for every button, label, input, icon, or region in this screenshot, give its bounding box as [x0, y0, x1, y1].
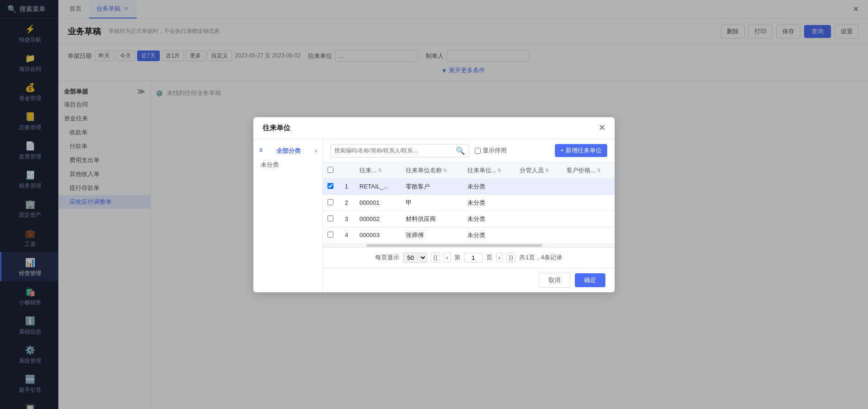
sort-icon-manager: ⇅	[545, 168, 549, 173]
row-name: 零散客户	[401, 178, 462, 195]
confirm-button[interactable]: 确定	[575, 273, 605, 287]
row-checkbox-cell[interactable]	[323, 227, 338, 243]
row-manager	[515, 227, 562, 243]
page-input[interactable]	[464, 253, 483, 263]
sort-icon-price: ⇅	[597, 168, 601, 173]
dialog-sidebar: ⠿ 全部分类 ‹ 未分类	[253, 139, 323, 292]
th-num	[338, 163, 355, 179]
dialog-title: 往来单位	[263, 124, 290, 132]
dialog-sidebar-unclassified-label: 未分类	[261, 161, 279, 168]
dialog-sidebar-unclassified[interactable]: 未分类	[253, 158, 322, 172]
dialog-body: ⠿ 全部分类 ‹ 未分类 🔍 显示停用	[253, 139, 615, 292]
row-name: 甲	[401, 195, 462, 211]
row-price	[562, 211, 615, 227]
table-row[interactable]: 1 RETAIL_... 零散客户 未分类	[323, 178, 615, 195]
row-category: 未分类	[463, 195, 516, 211]
row-num: 4	[338, 227, 355, 243]
dialog-table-body: 1 RETAIL_... 零散客户 未分类 2 000001 甲 未分类 3 0…	[323, 178, 615, 243]
add-partner-button[interactable]: + 新增往来单位	[555, 144, 607, 157]
page-next-btn[interactable]: ›	[496, 252, 503, 263]
row-code: 000001	[355, 195, 401, 211]
page-last-btn[interactable]: ⟩⟩	[506, 252, 516, 263]
row-manager	[515, 211, 562, 227]
row-manager	[515, 195, 562, 211]
sort-icon-category: ⇅	[497, 168, 501, 173]
show-disabled-checkbox-wrapper: 显示停用	[475, 146, 507, 155]
show-disabled-label: 显示停用	[483, 146, 507, 155]
th-checkbox	[323, 163, 338, 179]
dialog-main: 🔍 显示停用 + 新增往来单位	[323, 139, 615, 292]
th-code: 往来...⇅	[355, 163, 401, 179]
page-first-btn[interactable]: ⟨⟨	[431, 252, 440, 263]
row-code: 000003	[355, 227, 401, 243]
row-num: 2	[338, 195, 355, 211]
show-disabled-checkbox[interactable]	[475, 148, 481, 154]
table-row[interactable]: 4 000003 张师傅 未分类	[323, 227, 615, 243]
dialog-pagination: 每页显示 10 20 50 100 ⟨⟨ ‹ 第 页 › ⟩⟩	[323, 248, 615, 268]
dialog-footer: 每页显示 10 20 50 100 ⟨⟨ ‹ 第 页 › ⟩⟩	[323, 247, 615, 268]
scrollbar-area	[323, 244, 615, 247]
dialog-search-box: 🔍	[330, 144, 469, 157]
row-code: 000002	[355, 211, 401, 227]
row-num: 1	[338, 178, 355, 195]
table-row[interactable]: 3 000002 材料供应商 未分类	[323, 211, 615, 227]
page-unit: 页	[486, 253, 492, 262]
th-manager: 分管人员⇅	[515, 163, 562, 179]
row-checkbox[interactable]	[327, 183, 333, 189]
row-checkbox-cell[interactable]	[323, 178, 338, 195]
table-row[interactable]: 2 000001 甲 未分类	[323, 195, 615, 211]
table-header-row: 往来...⇅ 往来单位名称⇅ 往来单位...⇅ 分管人员⇅	[323, 163, 615, 179]
row-category: 未分类	[463, 227, 516, 243]
row-checkbox-cell[interactable]	[323, 195, 338, 211]
scrollbar-thumb	[366, 244, 542, 247]
cancel-button[interactable]: 取消	[539, 273, 570, 288]
dialog-sidebar-all[interactable]: ⠿ 全部分类 ‹	[253, 144, 322, 158]
row-checkbox-cell[interactable]	[323, 211, 338, 227]
row-checkbox[interactable]	[327, 199, 333, 205]
dialog-header: 往来单位 ✕	[253, 117, 615, 139]
dialog-table-wrapper: 往来...⇅ 往来单位名称⇅ 往来单位...⇅ 分管人员⇅	[323, 163, 615, 244]
dialog-sidebar-collapse-icon[interactable]: ‹	[315, 147, 317, 154]
dialog-sidebar-all-label: 全部分类	[277, 147, 301, 155]
row-price	[562, 178, 615, 195]
select-all-checkbox[interactable]	[327, 167, 333, 173]
row-name: 材料供应商	[401, 211, 462, 227]
row-manager	[515, 178, 562, 195]
per-page-label: 每页显示	[375, 253, 399, 262]
row-num: 3	[338, 211, 355, 227]
dialog-actions: 取消 确定	[323, 268, 615, 292]
search-icon: 🔍	[456, 146, 465, 155]
dialog-table: 往来...⇅ 往来单位名称⇅ 往来单位...⇅ 分管人员⇅	[323, 163, 615, 244]
partner-dialog: 往来单位 ✕ ⠿ 全部分类 ‹ 未分类	[253, 117, 615, 292]
row-category: 未分类	[463, 178, 516, 195]
th-name: 往来单位名称⇅	[401, 163, 462, 179]
row-checkbox[interactable]	[327, 232, 333, 238]
sort-icon-name: ⇅	[443, 168, 447, 173]
th-price: 客户价格...⇅	[562, 163, 615, 179]
row-price	[562, 227, 615, 243]
row-name: 张师傅	[401, 227, 462, 243]
dialog-overlay: 往来单位 ✕ ⠿ 全部分类 ‹ 未分类	[0, 0, 868, 409]
row-code: RETAIL_...	[355, 178, 401, 195]
page-label: 第	[454, 253, 460, 262]
sort-icon-code: ⇅	[378, 168, 382, 173]
dialog-search-input[interactable]	[334, 147, 453, 154]
th-category: 往来单位...⇅	[463, 163, 516, 179]
row-category: 未分类	[463, 211, 516, 227]
total-info: 共1页，4条记录	[519, 253, 562, 262]
dialog-toolbar: 🔍 显示停用 + 新增往来单位	[323, 139, 615, 163]
per-page-select[interactable]: 10 20 50 100	[403, 252, 427, 263]
page-prev-btn[interactable]: ‹	[444, 252, 451, 263]
row-checkbox[interactable]	[327, 215, 333, 221]
dialog-close-btn[interactable]: ✕	[598, 124, 605, 132]
row-price	[562, 195, 615, 211]
